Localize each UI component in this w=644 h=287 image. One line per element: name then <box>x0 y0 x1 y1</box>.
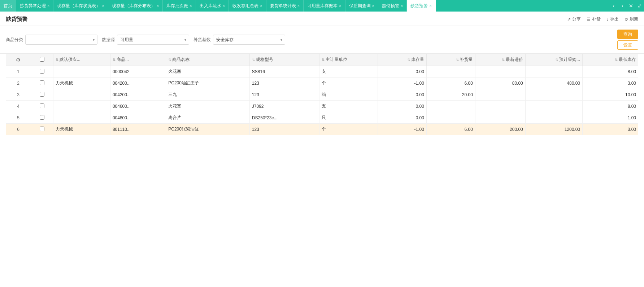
th-min-stock[interactable]: 最低库存 <box>583 54 638 66</box>
th-supplier[interactable]: 默认供应... <box>53 54 110 66</box>
tab-close-receive-summary[interactable]: × <box>260 4 262 8</box>
tab-overstock[interactable]: 超储预警 × <box>378 0 407 12</box>
tab-receive-summary[interactable]: 收发存汇总表 × <box>229 0 266 12</box>
table-row: 3004200...三九123箱0.0020.0010.00 <box>6 89 638 101</box>
filter-bar: 商品分类 ▾ 数据源 可用量 库存量 ▾ 补货基数 安全库 <box>0 26 644 54</box>
tab-close-available-ledger[interactable]: × <box>339 4 341 8</box>
tab-close-batch-account[interactable]: × <box>190 4 192 8</box>
replenish-base-select[interactable]: 安全库存 最低库存 <box>213 35 285 45</box>
gear-icon[interactable]: ⚙ <box>16 57 21 63</box>
th-latest-price[interactable]: 最新进价 <box>475 54 525 66</box>
cell-unit: 支 <box>319 101 378 112</box>
header-actions: ↗ 分享 ☰ 补货 ↓ 导出 ↺ 刷新 <box>567 16 638 22</box>
cell-supplier <box>53 112 110 124</box>
tab-inout-flow[interactable]: 出入库流水 × <box>196 0 229 12</box>
replenish-base-label: 补货基数 <box>193 37 211 43</box>
cell-replenish: 20.00 <box>426 89 475 101</box>
table-row: 6力天机械801110...PC200张紧油缸123个-1.006.00200.… <box>6 124 638 135</box>
category-select-wrapper: ▾ <box>25 35 97 45</box>
cell-estimate-purchase <box>525 101 582 112</box>
cell-stock: 0.00 <box>378 112 426 124</box>
tab-close-expiry-query[interactable]: × <box>372 4 374 8</box>
cell-min-stock: 8.00 <box>583 101 638 112</box>
th-select-all[interactable] <box>31 54 53 66</box>
tab-next-button[interactable]: › <box>618 0 627 12</box>
cell-checkbox[interactable] <box>31 101 53 112</box>
cell-checkbox[interactable] <box>31 89 53 101</box>
cell-latest-price <box>475 112 525 124</box>
category-select[interactable] <box>25 35 97 45</box>
cell-product-code: 0000042 <box>110 66 166 78</box>
th-estimate-purchase[interactable]: 预计采购... <box>525 54 582 66</box>
th-stock[interactable]: 库存量 <box>378 54 426 66</box>
table-row: 5004800...离合片DS250*23c...只0.001.00 <box>6 112 638 124</box>
row-checkbox[interactable] <box>40 115 44 120</box>
refresh-icon: ↺ <box>625 17 628 22</box>
th-product-code[interactable]: 商品... <box>110 54 166 66</box>
tab-home[interactable]: 首页 <box>0 0 16 12</box>
tab-shortage[interactable]: 缺货预警 × <box>407 0 435 12</box>
cell-min-stock: 8.00 <box>583 66 638 78</box>
tab-inventory-status[interactable]: 现存量（库存状况表） × <box>53 0 108 12</box>
tab-close-abnormal[interactable]: × <box>47 4 49 8</box>
tab-demand-stats[interactable]: 要货单统计表 × <box>266 0 304 12</box>
row-checkbox[interactable] <box>40 127 44 131</box>
cell-index: 2 <box>6 78 31 89</box>
cell-latest-price <box>475 89 525 101</box>
tab-close-inventory-dist[interactable]: × <box>157 4 159 8</box>
datasource-label: 数据源 <box>102 37 115 43</box>
cell-index: 5 <box>6 112 31 124</box>
cell-min-stock: 1.00 <box>583 112 638 124</box>
tab-close-button[interactable]: ✕ <box>627 0 635 12</box>
cell-checkbox[interactable] <box>31 124 53 135</box>
row-checkbox[interactable] <box>40 103 44 108</box>
refresh-action[interactable]: ↺ 刷新 <box>625 16 638 22</box>
tab-close-demand-stats[interactable]: × <box>297 4 300 8</box>
th-gear[interactable]: ⚙ <box>6 54 31 66</box>
cell-stock: 0.00 <box>378 101 426 112</box>
replenish-base-select-wrapper: 安全库存 最低库存 ▾ <box>213 35 285 45</box>
tab-inventory-dist[interactable]: 现存量（库存分布表） × <box>108 0 163 12</box>
tab-prev-button[interactable]: ‹ <box>609 0 618 12</box>
tab-batch-account[interactable]: 库存批次账 × <box>163 0 196 12</box>
settings-button[interactable]: 设置 <box>617 40 638 50</box>
replenish-action[interactable]: ☰ 补货 <box>587 16 601 22</box>
tab-close-inventory-status[interactable]: × <box>102 4 104 8</box>
tab-available-ledger[interactable]: 可用量库存账本 × <box>304 0 345 12</box>
query-button[interactable]: 查询 <box>617 30 638 39</box>
datasource-select-wrapper: 可用量 库存量 ▾ <box>117 35 189 45</box>
cell-product-code: 801110... <box>110 124 166 135</box>
th-spec[interactable]: 规格型号 <box>249 54 319 66</box>
tab-abnormal[interactable]: 拣货异常处理 × <box>16 0 53 12</box>
datasource-filter-group: 数据源 可用量 库存量 ▾ <box>102 35 189 45</box>
cell-checkbox[interactable] <box>31 78 53 89</box>
share-action[interactable]: ↗ 分享 <box>567 16 581 22</box>
cell-supplier <box>53 66 110 78</box>
cell-supplier: 力天机械 <box>53 78 110 89</box>
tab-close-shortage[interactable]: × <box>429 4 431 8</box>
cell-estimate-purchase: 480.00 <box>525 78 582 89</box>
tab-fullscreen-button[interactable]: ⤢ <box>635 0 644 12</box>
tab-close-inout-flow[interactable]: × <box>223 4 225 8</box>
cell-latest-price <box>475 66 525 78</box>
tab-expiry-query[interactable]: 保质期查询 × <box>345 0 378 12</box>
cell-checkbox[interactable] <box>31 112 53 124</box>
row-checkbox[interactable] <box>40 80 44 85</box>
th-unit[interactable]: 主计量单位 <box>319 54 378 66</box>
cell-estimate-purchase: 1200.00 <box>525 124 582 135</box>
cell-unit: 只 <box>319 112 378 124</box>
th-product-name[interactable]: 商品名称 <box>166 54 250 66</box>
cell-stock: 0.00 <box>378 89 426 101</box>
row-checkbox[interactable] <box>40 69 44 74</box>
select-all-checkbox[interactable] <box>40 57 44 62</box>
export-action[interactable]: ↓ 导出 <box>606 16 619 22</box>
datasource-select[interactable]: 可用量 库存量 <box>117 35 189 45</box>
cell-checkbox[interactable] <box>31 66 53 78</box>
cell-index: 6 <box>6 124 31 135</box>
category-filter-group: 商品分类 ▾ <box>6 35 97 45</box>
share-icon: ↗ <box>567 17 571 22</box>
tab-close-overstock[interactable]: × <box>401 4 403 8</box>
row-checkbox[interactable] <box>40 92 44 97</box>
th-replenish[interactable]: 补货量 <box>426 54 475 66</box>
cell-latest-price: 80.00 <box>475 78 525 89</box>
